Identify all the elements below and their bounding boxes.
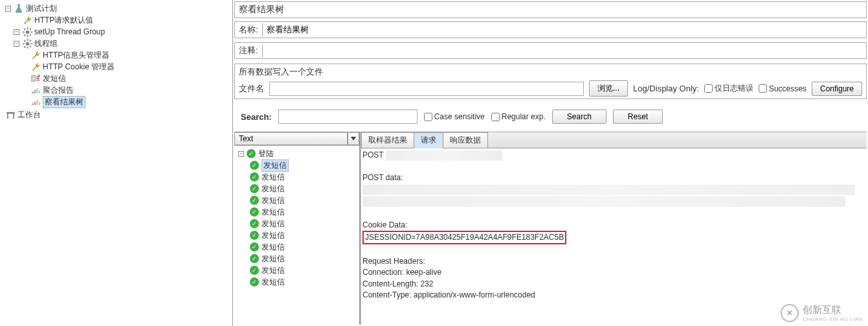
result-item[interactable]: ✓发短信 bbox=[237, 194, 357, 206]
svg-point-19 bbox=[38, 75, 41, 77]
post-data-label: POST data: bbox=[362, 172, 865, 183]
detail-body[interactable]: POST POST data: Cookie Data: JSESSIONID=… bbox=[361, 148, 867, 325]
tree-label: 发短信 bbox=[43, 73, 66, 84]
chevron-down-icon[interactable] bbox=[348, 132, 359, 145]
workbench-node[interactable]: 工作台 bbox=[4, 109, 228, 121]
tree-item[interactable]: HTTP信息头管理器 bbox=[4, 49, 228, 61]
svg-rect-14 bbox=[23, 40, 25, 41]
tree-item[interactable]: 察看结果树 bbox=[4, 96, 228, 108]
result-item[interactable]: ✓发短信 bbox=[237, 264, 357, 276]
reset-button[interactable]: Reset bbox=[613, 110, 663, 124]
tree-item[interactable]: HTTP请求默认值 bbox=[4, 14, 228, 26]
logo-icon: ✕ bbox=[781, 304, 799, 322]
success-icon: ✓ bbox=[250, 161, 259, 170]
browse-button[interactable]: 浏览... bbox=[589, 80, 628, 97]
svg-rect-1 bbox=[27, 27, 28, 29]
svg-rect-4 bbox=[30, 31, 32, 32]
name-label: 名称: bbox=[235, 22, 262, 38]
result-label: 发短信 bbox=[262, 242, 285, 253]
result-label: 发短信 bbox=[262, 230, 285, 241]
svg-rect-2 bbox=[27, 35, 28, 37]
comment-field-row: 注释: bbox=[234, 42, 867, 59]
collapse-icon[interactable]: − bbox=[238, 151, 244, 157]
collapse-icon[interactable]: − bbox=[14, 41, 19, 47]
search-input[interactable] bbox=[278, 110, 417, 124]
result-label: 发短信 bbox=[262, 265, 285, 276]
result-item[interactable]: ✓发短信 bbox=[237, 206, 357, 218]
success-icon: ✓ bbox=[250, 277, 259, 286]
renderer-dropdown[interactable]: Text bbox=[234, 132, 348, 145]
name-input[interactable] bbox=[262, 23, 866, 37]
tree-label: HTTP信息头管理器 bbox=[43, 50, 109, 61]
result-root[interactable]: − ✓ 登陆 bbox=[237, 148, 357, 159]
gear-icon bbox=[22, 38, 32, 49]
collapse-icon[interactable]: − bbox=[5, 6, 11, 12]
result-item[interactable]: ✓发短信 bbox=[237, 218, 357, 229]
success-icon: ✓ bbox=[250, 242, 259, 251]
result-item[interactable]: ✓发短信 bbox=[237, 171, 357, 183]
name-field-row: 名称: bbox=[234, 21, 867, 38]
svg-rect-15 bbox=[29, 45, 31, 47]
collapse-icon[interactable]: − bbox=[14, 29, 19, 35]
success-icon: ✓ bbox=[250, 172, 259, 181]
tree-label: 聚合报告 bbox=[43, 85, 74, 96]
configure-button[interactable]: Configure bbox=[812, 82, 862, 96]
results-tree: − ✓ 登陆 ✓发短信✓发短信✓发短信✓发短信✓发短信✓发短信✓发短信✓发短信✓… bbox=[234, 146, 359, 325]
svg-rect-3 bbox=[23, 31, 25, 32]
results-section: Text − ✓ 登陆 ✓发短信✓发短信✓发短信✓发短信✓发短信✓发短信✓发短信… bbox=[234, 132, 867, 325]
result-label: 发短信 bbox=[262, 253, 285, 264]
tab-sampler-result[interactable]: 取样器结果 bbox=[361, 132, 414, 148]
filename-input[interactable] bbox=[269, 82, 584, 96]
svg-rect-8 bbox=[23, 34, 25, 36]
svg-rect-25 bbox=[34, 101, 36, 105]
search-button[interactable]: Search bbox=[552, 110, 606, 124]
tree-item[interactable]: −线程组 bbox=[4, 38, 228, 49]
svg-rect-22 bbox=[36, 87, 38, 93]
svg-rect-7 bbox=[29, 27, 31, 29]
tree-item[interactable]: 聚合报告 bbox=[4, 84, 228, 96]
result-item[interactable]: ✓发短信 bbox=[237, 159, 357, 171]
tabs: 取样器结果 请求 响应数据 bbox=[361, 132, 867, 148]
svg-rect-27 bbox=[39, 102, 40, 105]
request-headers-label: Request Headers: bbox=[362, 256, 865, 267]
tree-label: setUp Thread Group bbox=[34, 27, 105, 36]
result-item[interactable]: ✓发短信 bbox=[237, 183, 357, 194]
svg-rect-13 bbox=[30, 43, 32, 44]
tree-item[interactable]: −setUp Thread Group bbox=[4, 26, 228, 38]
comment-input[interactable] bbox=[262, 44, 866, 58]
request-detail-panel: 取样器结果 请求 响应数据 POST POST data: Cookie Dat… bbox=[361, 132, 867, 325]
result-label: 发短信 bbox=[262, 159, 289, 172]
tab-response-data[interactable]: 响应数据 bbox=[443, 132, 488, 148]
wrench-icon bbox=[22, 15, 32, 25]
result-item[interactable]: ✓发短信 bbox=[237, 276, 357, 288]
errors-only-checkbox[interactable]: 仅日志错误 bbox=[704, 83, 753, 94]
cookie-value-highlight: JSESSIONID=7A98A30425F19A42A4AF9FE183F2A… bbox=[362, 231, 566, 244]
regex-checkbox[interactable]: Regular exp. bbox=[491, 112, 546, 121]
success-icon: ✓ bbox=[250, 266, 259, 275]
tree-item[interactable]: HTTP Cookie 管理器 bbox=[4, 61, 228, 73]
tree-label: 工作台 bbox=[17, 110, 41, 121]
result-item[interactable]: ✓发短信 bbox=[237, 229, 357, 241]
success-icon: ✓ bbox=[250, 219, 259, 228]
header-content-length: Content-Length: 232 bbox=[362, 279, 865, 290]
svg-rect-28 bbox=[6, 111, 15, 113]
successes-checkbox[interactable]: Successes bbox=[759, 84, 807, 93]
tab-request[interactable]: 请求 bbox=[414, 132, 443, 148]
workbench-icon bbox=[5, 110, 16, 120]
case-sensitive-checkbox[interactable]: Case sensitive bbox=[424, 112, 485, 121]
header-content-type: Content-Type: application/x-www-form-url… bbox=[362, 290, 865, 301]
detail-panel: 察看结果树 名称: 注释: 所有数据写入一个文件 文件名 浏览... Log/D… bbox=[233, 0, 868, 326]
panel-title: 察看结果树 bbox=[234, 1, 867, 18]
search-row: Search: Case sensitive Regular exp. Sear… bbox=[234, 106, 867, 128]
search-label: Search: bbox=[241, 112, 272, 122]
tree-root[interactable]: − 测试计划 bbox=[4, 3, 228, 14]
svg-rect-21 bbox=[34, 89, 36, 93]
svg-rect-23 bbox=[39, 90, 40, 93]
success-icon: ✓ bbox=[250, 184, 259, 193]
result-item[interactable]: ✓发短信 bbox=[237, 253, 357, 264]
tree-item[interactable]: 发短信 bbox=[4, 73, 228, 84]
results-tree-panel: Text − ✓ 登陆 ✓发短信✓发短信✓发短信✓发短信✓发短信✓发短信✓发短信… bbox=[234, 132, 361, 325]
result-item[interactable]: ✓发短信 bbox=[237, 241, 357, 253]
log-display-label: Log/Display Only: bbox=[633, 84, 699, 93]
erlenmeyer-icon bbox=[14, 3, 24, 14]
